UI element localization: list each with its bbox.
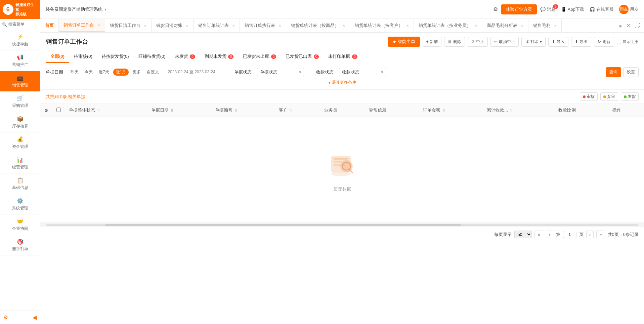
- date-1month-btn[interactable]: 近1月: [113, 69, 129, 76]
- date-yesterday-btn[interactable]: 昨天: [69, 69, 81, 76]
- sidebar-item-inventory[interactable]: 📦 库存核算: [0, 112, 40, 133]
- data-table: ⚙ 单据整体状态 ⇅ 单据日期 ⇅ 单据编号: [40, 104, 644, 223]
- sidebar-item-purchase[interactable]: 🛒 采购管理: [0, 92, 40, 112]
- page-size-select[interactable]: 50 10 20 100: [514, 231, 532, 238]
- sidebar-item-company[interactable]: 🤝 企业协同: [0, 215, 40, 235]
- online-service-item[interactable]: 🎧 在线客服: [590, 6, 614, 12]
- tab-overflow-btn[interactable]: ▸: [618, 21, 624, 30]
- col-status[interactable]: 单据整体状态 ⇅: [65, 104, 147, 117]
- sidebar-item-sales[interactable]: 💼 销售管理: [0, 71, 40, 92]
- date-custom-btn[interactable]: 自定义: [145, 69, 161, 76]
- sub-tab-not-printed[interactable]: 未打印单据 0: [324, 51, 362, 63]
- tab-home[interactable]: 首页: [40, 19, 59, 32]
- sidebar-item-finance[interactable]: 💰 资金管理: [0, 133, 40, 153]
- col-date[interactable]: 单据日期 ⇅: [147, 104, 211, 117]
- import-btn[interactable]: ⬆ 导入: [548, 37, 568, 47]
- tab-close-summary-staff[interactable]: ✕: [474, 24, 477, 28]
- tab-close-sales-profit[interactable]: ✕: [554, 24, 557, 28]
- expand-more-btn[interactable]: ▾ 展开更多条件: [329, 80, 356, 85]
- prev-page-btn[interactable]: ‹: [546, 231, 553, 238]
- first-page-btn[interactable]: «: [534, 231, 543, 238]
- show-details-checkbox[interactable]: [617, 40, 621, 44]
- tab-sales-summary-product[interactable]: 销货单统计表（按商品） ✕: [286, 19, 350, 32]
- header-settings-icon[interactable]: ⚙: [493, 6, 498, 12]
- sidebar-item-basic[interactable]: 📋 基础信息: [0, 174, 40, 194]
- tab-fullscreen-btn[interactable]: ⛶: [633, 21, 641, 30]
- sidebar-item-marketing[interactable]: 📢 营销推广: [0, 51, 40, 71]
- sub-tab-shipped-not-out[interactable]: 已发货未出库 0: [238, 51, 281, 63]
- date-today-btn[interactable]: 今天: [83, 69, 95, 76]
- tab-sales-stats[interactable]: 销售订单统计表 ✕: [194, 19, 240, 32]
- marketing-icon: 📢: [17, 54, 24, 60]
- industry-btn[interactable]: 体验行业方案: [501, 4, 537, 14]
- sidebar-search[interactable]: 🔍 搜索菜单: [0, 19, 40, 30]
- tab-product-margin[interactable]: 商品毛利分析表 ✕: [482, 19, 528, 32]
- sub-tab-all[interactable]: 全部(0): [46, 51, 69, 63]
- col-number[interactable]: 单据编号 ⇅: [211, 104, 275, 117]
- next-page-btn[interactable]: ›: [586, 231, 594, 238]
- tab-sales-exec[interactable]: 销售订单执行表 ✕: [240, 19, 286, 32]
- tab-close-sales-exec[interactable]: ✕: [278, 24, 281, 28]
- cancel-review-btn[interactable]: 弃审: [600, 92, 618, 101]
- app-download-item[interactable]: 📱 App下载: [561, 6, 584, 12]
- sub-tab-pending-review[interactable]: 待审核(0): [69, 51, 97, 63]
- settings-bottom-icon[interactable]: ⚙: [3, 314, 8, 321]
- show-details-label[interactable]: 显示明细: [617, 39, 639, 45]
- tab-close-product-margin[interactable]: ✕: [521, 24, 523, 28]
- query-btn[interactable]: 查询: [606, 67, 621, 77]
- col-setting[interactable]: ⚙: [40, 104, 52, 117]
- current-page-input[interactable]: [563, 231, 576, 238]
- smart-create-btn[interactable]: ★ 智能生单: [388, 37, 420, 47]
- page-header: 销售订单工作台 ★ 智能生单 + 新增 🗑 删除 ⊘ 中止: [40, 33, 644, 51]
- app-title-dropdown-icon[interactable]: ▾: [104, 7, 106, 12]
- sidebar-item-newbie[interactable]: 🎯 新手引导: [0, 235, 40, 256]
- sub-tab-not-shipped[interactable]: 未发货 0: [170, 51, 200, 63]
- sub-tab-overdue-ship[interactable]: 到期未发货 0: [200, 51, 238, 63]
- tab-close-all-btn[interactable]: ✕: [625, 21, 632, 30]
- sub-tab-wangpu-ship[interactable]: 旺铺待发货(0): [134, 51, 170, 63]
- tab-close-summary-customer[interactable]: ✕: [406, 24, 409, 28]
- status-select[interactable]: 单据状态: [257, 68, 304, 76]
- tab-sales-summary-staff[interactable]: 销货单统计表（按业务员） ✕: [414, 19, 482, 32]
- sidebar-item-operations[interactable]: 📊 经营管理: [0, 153, 40, 174]
- scrollbar-thumb[interactable]: [105, 224, 461, 226]
- tab-sales-summary-customer[interactable]: 销货单统计表（按客户） ✕: [350, 19, 414, 32]
- filter-settings-btn[interactable]: 设置: [623, 67, 639, 77]
- col-check[interactable]: [52, 104, 65, 117]
- ship-btn[interactable]: 发货: [621, 92, 639, 101]
- sidebar-item-system[interactable]: ⚙️ 系统管理: [0, 194, 40, 215]
- col-collected[interactable]: 累计收款... ⇅: [483, 104, 554, 117]
- suspend-btn[interactable]: ⊘ 中止: [468, 37, 488, 47]
- tab-cash-reconcile[interactable]: 钱货日清对账 ✕: [152, 19, 194, 32]
- message-item[interactable]: 💬 消息 6: [540, 6, 556, 12]
- scrollbar-track[interactable]: [46, 224, 639, 226]
- tab-cash-daily[interactable]: 钱货日清工作台 ✕: [105, 19, 152, 32]
- tab-close-cash-reconcile[interactable]: ✕: [186, 24, 188, 28]
- payment-select[interactable]: 收款状态: [339, 68, 386, 76]
- scrollbar-area[interactable]: [40, 223, 644, 227]
- review-btn[interactable]: 审核: [580, 92, 598, 101]
- sub-tab-shipped-out[interactable]: 已发货已出库 0: [281, 51, 324, 63]
- tab-close-cash-daily[interactable]: ✕: [144, 24, 146, 28]
- export-btn[interactable]: ⬇ 导出: [571, 37, 591, 47]
- cancel-suspend-btn[interactable]: ↩ 取消中止: [490, 37, 519, 47]
- last-page-btn[interactable]: »: [596, 231, 605, 238]
- sidebar-item-quick-nav[interactable]: ⚡ 快捷导航: [0, 30, 40, 51]
- date-7days-btn[interactable]: 近7天: [97, 69, 111, 76]
- print-btn[interactable]: 🖨 打印 ▾: [521, 37, 546, 47]
- date-more-btn[interactable]: 更多: [131, 69, 143, 76]
- col-amount[interactable]: 订单金额 ⇅: [419, 104, 483, 117]
- collapse-icon[interactable]: ◀: [33, 314, 37, 321]
- tab-sales-profit[interactable]: 销售毛利 ✕: [528, 19, 562, 32]
- col-customer[interactable]: 客户 ⇅: [275, 104, 320, 117]
- tab-close-sales-stats[interactable]: ✕: [232, 24, 235, 28]
- sub-tab-pending-inspect[interactable]: 待拣货发货(0): [97, 51, 134, 63]
- tab-sales-order[interactable]: 销售订单工作台 ✕: [59, 19, 105, 32]
- user-avatar-item[interactable]: 用友 用友: [619, 5, 639, 14]
- add-btn[interactable]: + 新增: [423, 37, 441, 47]
- tab-close-sales-order[interactable]: ✕: [97, 24, 100, 27]
- refresh-btn[interactable]: ↻ 刷新: [594, 37, 614, 47]
- select-all-checkbox[interactable]: [56, 108, 61, 112]
- tab-close-summary-product[interactable]: ✕: [342, 24, 345, 28]
- delete-btn[interactable]: 🗑 删除: [444, 37, 465, 47]
